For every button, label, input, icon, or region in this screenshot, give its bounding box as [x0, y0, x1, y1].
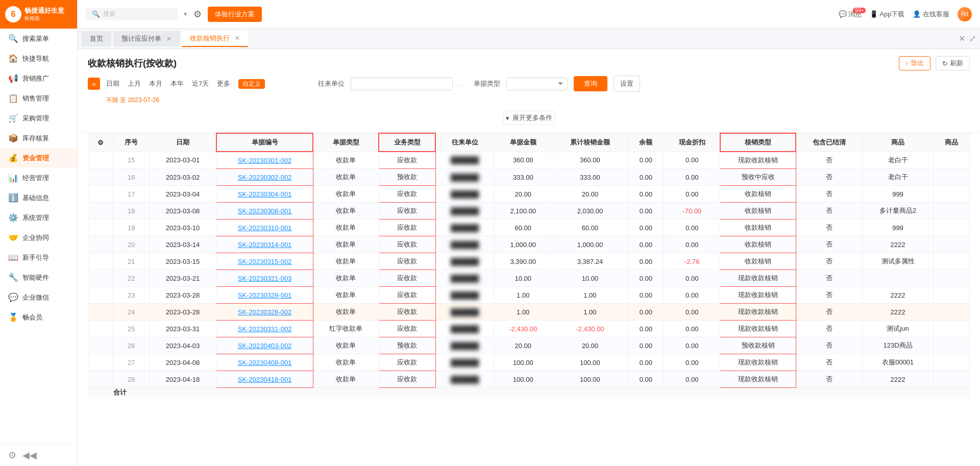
cell-partner: ██████: [435, 337, 494, 354]
cell-doc-no[interactable]: SK-20230302-002: [216, 169, 313, 186]
close-tab-icon[interactable]: ✕: [959, 34, 965, 43]
sidebar-item-guide[interactable]: 📖新手引导: [0, 248, 77, 267]
message-badge[interactable]: 💬 消息 99+: [839, 10, 862, 19]
sidebar-label-marketing: 营销推广: [22, 74, 49, 83]
sidebar-item-marketing[interactable]: 📢营销推广: [0, 68, 77, 88]
doc-link[interactable]: SK-20230408-001: [238, 359, 292, 366]
col-balance: 余额: [628, 133, 664, 152]
sidebar-menu: 🔍搜索菜单🏠快捷导航📢营销推广📋销售管理🛒采购管理📦库存核算💰资金管理📊经营管理…: [0, 29, 77, 444]
cell-doc-no[interactable]: SK-20230408-001: [216, 354, 313, 371]
cell-date: 2023-03-01: [149, 152, 216, 169]
doc-link[interactable]: SK-20230321-003: [238, 275, 292, 282]
topbar-gear-icon[interactable]: ⚙: [193, 9, 202, 20]
sidebar-item-wechat[interactable]: 💬企业微信: [0, 287, 77, 307]
doc-link[interactable]: SK-20230403-002: [238, 342, 292, 350]
cell-cash-discount: -2.76: [664, 253, 720, 270]
refresh-button[interactable]: ↻ 刷新: [936, 56, 970, 70]
table-row: 172023-03-04SK-20230304-001收款单应收款██████2…: [88, 186, 970, 203]
sidebar-label-purchase: 采购管理: [22, 114, 49, 123]
tab-receivable[interactable]: 预计应应付单✕: [113, 31, 180, 46]
cell-partner: ██████: [435, 287, 494, 304]
date-opt-上月[interactable]: 上月: [126, 78, 143, 89]
doc-link[interactable]: SK-20230302-002: [238, 174, 292, 181]
cell-doc-no[interactable]: SK-20230331-002: [216, 321, 313, 337]
cell-doc-type: 收款单: [313, 236, 379, 253]
sidebar-item-system[interactable]: ⚙️系统管理: [0, 208, 77, 228]
cell-date: 2023-03-15: [149, 253, 216, 270]
cell-doc-no[interactable]: SK-20230328-001: [216, 287, 313, 304]
doc-link[interactable]: SK-20230314-001: [238, 241, 292, 249]
date-opt-本月[interactable]: 本月: [147, 78, 164, 89]
sidebar-item-sales[interactable]: 📋销售管理: [0, 88, 77, 108]
cell-writeoff-type: 现款收款核销: [720, 321, 796, 337]
date-opt-更多[interactable]: 更多: [215, 78, 232, 89]
doc-link[interactable]: SK-20230418-001: [238, 376, 292, 383]
cell-doc-no[interactable]: SK-20230328-002: [216, 304, 313, 321]
setting-button[interactable]: 设置: [614, 76, 640, 92]
user-avatar[interactable]: Rit: [958, 7, 972, 21]
inventory-icon: 📦: [8, 133, 18, 143]
fullscreen-icon[interactable]: ⤢: [969, 34, 976, 43]
unit-input[interactable]: [351, 78, 453, 90]
date-opt-本年[interactable]: 本年: [168, 78, 186, 89]
app-download[interactable]: 📱 App下载: [870, 10, 904, 19]
export-button[interactable]: ↑ 导出: [899, 56, 931, 70]
cell-doc-no[interactable]: SK-20230308-001: [216, 203, 313, 219]
filter-bar: » 日期 上月本月本年近7天更多 自定义 往来单位 ... 单据类型 查询 设置: [78, 70, 980, 133]
cell-gear: [88, 270, 113, 287]
date-opt-近7天[interactable]: 近7天: [190, 78, 211, 89]
sidebar-item-inventory[interactable]: 📦库存核算: [0, 128, 77, 148]
sidebar-item-finance[interactable]: 💰资金管理: [0, 148, 77, 168]
doc-link[interactable]: SK-20230308-001: [238, 207, 292, 215]
cell-doc-no[interactable]: SK-20230301-002: [216, 152, 313, 169]
solution-button[interactable]: 体验行业方案: [208, 7, 262, 22]
collapse-icon[interactable]: ◀◀: [22, 450, 37, 461]
topbar-search-box[interactable]: 🔍 搜索: [86, 8, 178, 20]
query-button[interactable]: 查询: [574, 76, 607, 91]
doc-link[interactable]: SK-20230331-002: [238, 325, 292, 333]
cell-doc-no[interactable]: SK-20230314-001: [216, 236, 313, 253]
cell-gear: [88, 253, 113, 270]
cell-amount: 333.00: [494, 169, 552, 186]
col-gear[interactable]: ⚙: [88, 133, 113, 152]
sidebar-label-inventory: 库存核算: [22, 134, 49, 143]
sidebar-item-hardware[interactable]: 🔧智能硬件: [0, 267, 77, 287]
doc-link[interactable]: SK-20230315-002: [238, 258, 292, 265]
type-select[interactable]: [506, 78, 568, 90]
online-service[interactable]: 👤 在线客服: [913, 10, 949, 19]
cell-partner: ██████: [435, 321, 494, 337]
cell-doc-no[interactable]: SK-20230310-001: [216, 219, 313, 236]
cell-doc-no[interactable]: SK-20230418-001: [216, 371, 313, 388]
cell-balance: 0.00: [628, 203, 664, 219]
cell-product2: [934, 203, 970, 219]
sidebar-item-quick-nav[interactable]: 🏠快捷导航: [0, 48, 77, 68]
cell-doc-no[interactable]: SK-20230403-002: [216, 337, 313, 354]
blurred-text: ██████: [451, 224, 479, 232]
expand-more-button[interactable]: ▾ 展开更多条件: [503, 111, 555, 125]
blurred-text: ██████: [451, 241, 479, 249]
doc-link[interactable]: SK-20230328-002: [238, 308, 292, 316]
tab-writeoff[interactable]: 收款核销执行✕: [182, 31, 248, 47]
cell-doc-no[interactable]: SK-20230304-001: [216, 186, 313, 203]
sidebar-item-base[interactable]: ℹ️基础信息: [0, 188, 77, 208]
doc-link[interactable]: SK-20230301-002: [238, 157, 292, 164]
tab-close-receivable[interactable]: ✕: [166, 35, 172, 42]
search-icon: 🔍: [92, 10, 100, 18]
cell-doc-no[interactable]: SK-20230321-003: [216, 270, 313, 287]
cell-doc-no[interactable]: SK-20230315-002: [216, 253, 313, 270]
tab-close-writeoff[interactable]: ✕: [235, 35, 240, 42]
sidebar-item-search[interactable]: 🔍搜索菜单: [0, 29, 77, 48]
sidebar-item-member[interactable]: 🏅畅会员: [0, 307, 77, 327]
tab-home[interactable]: 首页: [82, 31, 111, 46]
doc-link[interactable]: SK-20230328-001: [238, 291, 292, 299]
settings-icon[interactable]: ⚙: [8, 450, 16, 461]
sidebar-item-enterprise[interactable]: 🤝企业协同: [0, 228, 77, 248]
doc-link[interactable]: SK-20230310-001: [238, 224, 292, 232]
cell-date: 2023-03-28: [149, 304, 216, 321]
custom-date-button[interactable]: 自定义: [238, 79, 265, 89]
sidebar-item-purchase[interactable]: 🛒采购管理: [0, 108, 77, 128]
sidebar-item-operation[interactable]: 📊经营管理: [0, 168, 77, 188]
cell-product2: [934, 354, 970, 371]
doc-link[interactable]: SK-20230304-001: [238, 190, 292, 198]
filter-toggle-button[interactable]: »: [88, 78, 100, 90]
